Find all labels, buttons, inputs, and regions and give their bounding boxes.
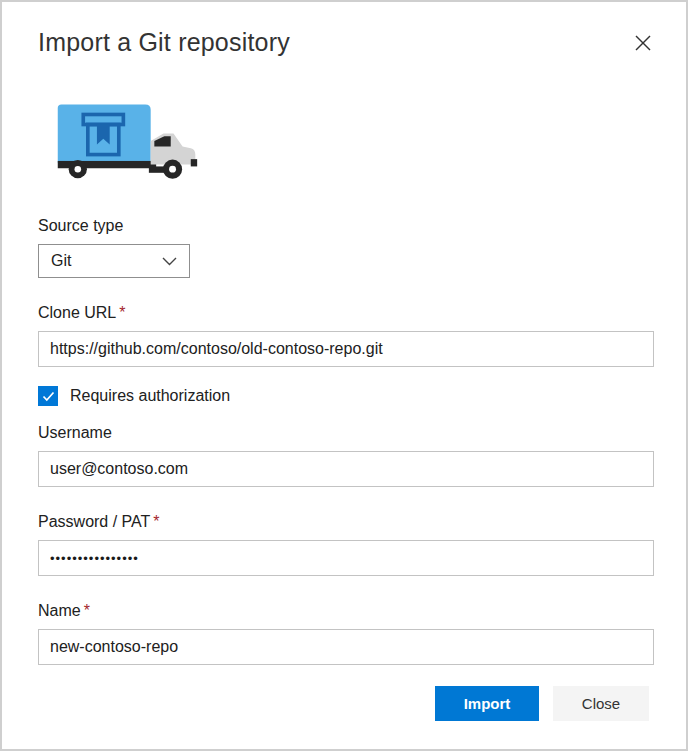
- name-label-text: Name: [38, 602, 81, 619]
- delivery-truck-icon: [54, 99, 200, 181]
- close-button[interactable]: Close: [553, 686, 649, 721]
- source-type-selected-value: Git: [51, 252, 71, 270]
- truck-illustration: [54, 99, 650, 181]
- username-input[interactable]: [38, 451, 654, 487]
- source-type-field: Source type Git: [38, 217, 650, 278]
- requires-authorization-row[interactable]: Requires authorization: [38, 386, 650, 406]
- clone-url-label: Clone URL*: [38, 304, 650, 322]
- name-input[interactable]: [38, 629, 654, 665]
- name-label: Name*: [38, 602, 650, 620]
- clone-url-input[interactable]: [38, 331, 654, 367]
- required-marker: *: [84, 602, 90, 619]
- password-label-text: Password / PAT: [38, 513, 150, 530]
- close-x-icon: [634, 34, 652, 52]
- password-label: Password / PAT*: [38, 513, 650, 531]
- password-input[interactable]: [38, 540, 654, 576]
- import-git-repository-dialog: Import a Git repository: [0, 0, 688, 751]
- check-icon: [42, 391, 55, 402]
- chevron-down-icon: [162, 257, 177, 266]
- required-marker: *: [153, 513, 159, 530]
- source-type-label: Source type: [38, 217, 650, 235]
- dialog-footer: Import Close: [435, 686, 649, 721]
- dialog-title: Import a Git repository: [38, 28, 290, 57]
- name-field: Name*: [38, 602, 650, 665]
- requires-authorization-label: Requires authorization: [70, 387, 230, 405]
- requires-authorization-checkbox[interactable]: [38, 386, 58, 406]
- password-field: Password / PAT*: [38, 513, 650, 576]
- clone-url-field: Clone URL*: [38, 304, 650, 367]
- clone-url-label-text: Clone URL: [38, 304, 116, 321]
- close-icon[interactable]: [630, 30, 656, 56]
- required-marker: *: [119, 304, 125, 321]
- import-button[interactable]: Import: [435, 686, 539, 721]
- source-type-select[interactable]: Git: [38, 244, 190, 278]
- dialog-header: Import a Git repository: [38, 2, 650, 57]
- username-label: Username: [38, 424, 650, 442]
- username-field: Username: [38, 424, 650, 487]
